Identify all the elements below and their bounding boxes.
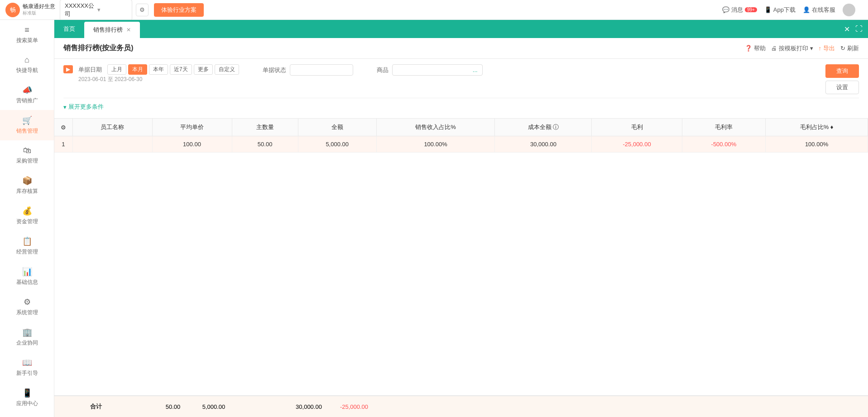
footer-avg-price-cell: [114, 405, 155, 408]
top-bar: 畅 畅康通好生意 标准版 XXXXXX公司 ▾ ⚙ 体验行业方案 💬 消息 99…: [0, 0, 868, 20]
sidebar-label-quicknav: 快捷导航: [16, 67, 38, 74]
shortcut-more[interactable]: 更多: [194, 64, 213, 75]
expand-window-icon[interactable]: ⛶: [855, 25, 863, 33]
filter-settings-button[interactable]: 设置: [825, 81, 859, 94]
footer-label-cell: 合计: [78, 401, 114, 412]
logo: 畅 畅康通好生意 标准版: [5, 3, 60, 17]
footer-gross-rate-cell: [377, 405, 417, 408]
sidebar-item-enterprise[interactable]: 🏢 企业协同: [0, 322, 54, 352]
message-label: 消息: [731, 6, 743, 14]
sales-icon: 🛒: [22, 115, 32, 125]
cell-rank-num: 1: [54, 136, 72, 153]
col-gross: 毛利: [592, 119, 682, 136]
data-table: ⚙ 员工名称 平均单价 主数量 全额 销售收入占比% 成本全额 ⓘ 毛利 毛利率…: [54, 119, 868, 153]
sidebar-label-appcenter: 应用中心: [16, 400, 38, 407]
tab-home[interactable]: 首页: [54, 20, 84, 38]
trial-button[interactable]: 体验行业方案: [154, 3, 204, 17]
settings-icon[interactable]: ⚙: [136, 4, 149, 16]
col-settings-icon: ⚙: [61, 124, 66, 131]
col-gross-rate: 毛利率: [682, 119, 765, 136]
filter-area: ▶ 单据日期 上月 本月 本年 近7天 更多 自定义: [54, 59, 868, 119]
sidebar-label-purchase: 采购管理: [16, 157, 38, 165]
sidebar-item-purchase[interactable]: 🛍 采购管理: [0, 140, 54, 170]
sidebar-label-sales: 销售管理: [16, 127, 38, 135]
col-avg-price: 平均单价: [152, 119, 232, 136]
shortcut-custom[interactable]: 自定义: [215, 64, 239, 75]
col-amount: 全额: [298, 119, 376, 136]
query-button[interactable]: 查询: [825, 64, 859, 78]
table-footer: 合计 50.00 5,000.00 30,000.00 -25,000.00: [54, 395, 868, 417]
service-icon: 👤: [803, 6, 810, 13]
footer-gross-pct-cell: [417, 405, 458, 408]
sidebar-item-guide[interactable]: 📖 新手引导: [0, 352, 54, 383]
footer-sales-pct-cell: [236, 405, 286, 408]
footer-total-label: 合计: [90, 403, 102, 410]
sidebar-item-quicknav[interactable]: ⌂ 快捷导航: [0, 50, 54, 80]
cell-avg-price: 100.00: [152, 136, 232, 153]
enterprise-icon: 🏢: [22, 327, 32, 337]
sidebar-item-appcenter[interactable]: 📱 应用中心: [0, 383, 54, 413]
appcenter-icon: 📱: [22, 388, 32, 398]
sidebar-item-search[interactable]: ≡ 搜索菜单: [0, 20, 54, 50]
cell-cost: 30,000.00: [495, 136, 592, 153]
footer-main-qty-cell: 50.00: [155, 402, 191, 412]
shortcut-last-month[interactable]: 上月: [107, 64, 126, 75]
tabs-bar-right: ✕ ⛶: [844, 25, 868, 34]
col-settings[interactable]: ⚙: [54, 119, 72, 136]
shortcut-cur-month[interactable]: 本月: [128, 64, 147, 75]
sidebar-item-system[interactable]: ⚙ 系统管理: [0, 292, 54, 322]
app-download-button[interactable]: 📱 App下载: [764, 6, 796, 14]
goods-input[interactable]: ...: [392, 64, 483, 76]
export-button[interactable]: ↑ 导出: [819, 44, 835, 53]
sidebar-item-operation[interactable]: 📋 经营管理: [0, 231, 54, 261]
marketing-icon: 📣: [22, 85, 32, 95]
sidebar-item-sales[interactable]: 🛒 销售管理: [0, 110, 54, 140]
footer-gross-cell: -25,000.00: [331, 402, 377, 412]
expand-down-icon: ▾: [63, 104, 67, 110]
page-content: 销售排行榜(按业务员) ❓ 帮助 🖨 按模板打印 ▾ ↑ 导出: [54, 38, 868, 417]
message-button[interactable]: 💬 消息 99+: [722, 6, 757, 14]
refresh-button[interactable]: ↻ 刷新: [840, 44, 859, 53]
cell-amount: 5,000.00: [298, 136, 376, 153]
cell-gross-pct: 100.00%: [766, 136, 868, 153]
expand-label: 展开更多条件: [68, 103, 104, 111]
sidebar-item-inventory[interactable]: 📦 库存核算: [0, 170, 54, 201]
basicinfo-icon: 📊: [22, 267, 32, 277]
company-name: XXXXXX公司: [65, 2, 95, 18]
goods-more-icon[interactable]: ...: [473, 67, 478, 73]
goods-filter: 商品 ...: [377, 64, 483, 76]
tab-close-icon[interactable]: ✕: [126, 27, 131, 33]
company-selector[interactable]: XXXXXX公司 ▾: [60, 0, 132, 20]
help-label: 帮助: [754, 44, 766, 53]
print-button[interactable]: 🖨 按模板打印 ▾: [771, 44, 813, 53]
sidebar-item-basicinfo[interactable]: 📊 基础信息: [0, 261, 54, 292]
close-window-icon[interactable]: ✕: [844, 25, 850, 34]
tab-sales-rank[interactable]: 销售排行榜 ✕: [84, 22, 140, 38]
avatar[interactable]: [843, 4, 855, 16]
system-icon: ⚙: [24, 297, 31, 307]
sidebar-item-wechat[interactable]: 💬 企业微信: [0, 413, 54, 417]
help-button[interactable]: ❓ 帮助: [745, 44, 766, 53]
shortcut-7days[interactable]: 近7天: [170, 64, 192, 75]
purchase-icon: 🛍: [23, 146, 31, 155]
expand-arrow-button[interactable]: ▶: [63, 65, 73, 73]
table-row: 1 100.00 50.00 5,000.00 100.00% 30,000.0…: [54, 136, 868, 153]
sidebar: ≡ 搜索菜单 ⌂ 快捷导航 📣 营销推广 🛒 销售管理 🛍 采购管理 📦 库存核…: [0, 20, 54, 417]
print-icon: 🖨: [771, 45, 777, 52]
col-cost: 成本全额 ⓘ: [495, 119, 592, 136]
sidebar-item-marketing[interactable]: 📣 营销推广: [0, 80, 54, 110]
sidebar-label-marketing: 营销推广: [16, 97, 38, 105]
home-icon: ⌂: [24, 55, 29, 65]
table-area: ⚙ 员工名称 平均单价 主数量 全额 销售收入占比% 成本全额 ⓘ 毛利 毛利率…: [54, 119, 868, 395]
sidebar-item-finance[interactable]: 💰 资金管理: [0, 201, 54, 231]
date-filter: 单据日期 上月 本月 本年 近7天 更多 自定义 2023-06-01 至 20…: [78, 64, 239, 83]
search-icon: ≡: [24, 25, 29, 35]
tab-home-label: 首页: [63, 25, 75, 33]
message-icon: 💬: [722, 6, 729, 13]
status-select[interactable]: [290, 64, 353, 76]
shortcut-year[interactable]: 本年: [149, 64, 168, 75]
col-gross-pct: 毛利占比% ♦: [766, 119, 868, 136]
online-service-button[interactable]: 👤 在线客服: [803, 6, 835, 14]
footer-amount-cell: 5,000.00: [191, 402, 236, 412]
expand-more-conditions[interactable]: ▾ 展开更多条件: [63, 101, 859, 113]
